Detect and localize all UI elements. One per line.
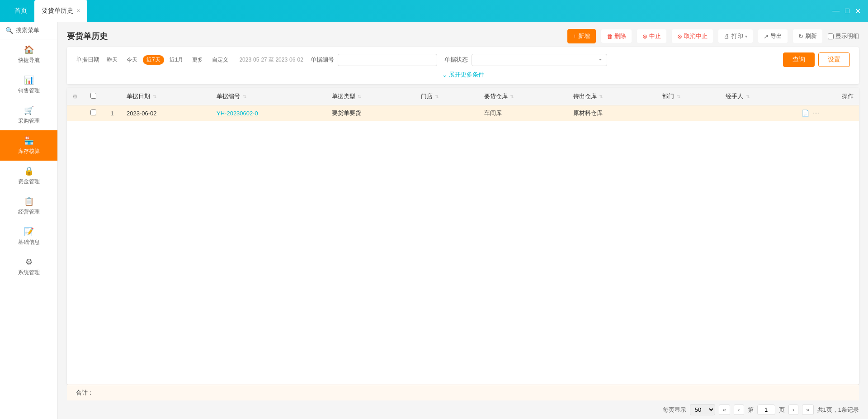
order-no-input[interactable] (338, 54, 437, 66)
stop-button[interactable]: ⊗ 中止 (637, 29, 666, 43)
refresh-icon: ↻ (798, 33, 803, 40)
sort-type-icon: ⇅ (358, 94, 361, 99)
date-btn-custom[interactable]: 自定义 (208, 55, 232, 65)
prev-page-button[interactable]: ‹ (734, 405, 744, 415)
settings-button[interactable]: 设置 (818, 52, 850, 67)
pagination-area: 每页显示 50 100 « ‹ 第 页 › » 共1页，1条记录 (58, 400, 868, 419)
export-icon: ↗ (764, 33, 769, 40)
col-date[interactable]: 单据日期 ⇅ (121, 88, 211, 105)
col-dept[interactable]: 部门 ⇅ (657, 88, 720, 105)
col-store[interactable]: 门店 ⇅ (415, 88, 479, 105)
row-type: 要货单要货 (326, 105, 415, 121)
data-table: ⚙ 单据日期 ⇅ 单据编号 (67, 88, 859, 385)
home-icon: 🏠 (24, 45, 34, 55)
footer-total-label: 合计： (76, 389, 94, 397)
refresh-button[interactable]: ↻ 刷新 (793, 29, 822, 43)
show-detail-checkbox[interactable] (828, 33, 834, 39)
date-filter: 单据日期 昨天 今天 近7天 近1月 更多 自定义 (76, 55, 232, 65)
order-no-filter: 单据编号 (311, 54, 437, 66)
sidebar-item-basic-info[interactable]: 📝 基础信息 (0, 221, 57, 252)
status-select[interactable] (472, 54, 607, 66)
expand-filter-button[interactable]: ⌄ 展开更多条件 (442, 71, 484, 79)
next-page-button[interactable]: › (788, 405, 798, 415)
sidebar-label-operations: 经营管理 (18, 208, 40, 216)
sidebar-item-system[interactable]: ⚙ 系统管理 (0, 252, 57, 282)
search-icon: 🔍 (5, 27, 13, 34)
sort-code-icon: ⇅ (243, 94, 246, 99)
sidebar-item-sales[interactable]: 📊 销售管理 (0, 70, 57, 100)
window-minimize-icon[interactable]: — (832, 7, 840, 15)
page-unit: 页 (779, 406, 785, 414)
date-range-buttons: 昨天 今天 近7天 近1月 更多 自定义 (103, 55, 232, 65)
row-code-link[interactable]: YH-20230602-0 (217, 110, 258, 117)
sort-store-icon: ⇅ (435, 94, 439, 99)
window-close-icon[interactable]: ✕ (855, 7, 861, 15)
table-settings-icon[interactable]: ⚙ (72, 93, 78, 100)
lock-icon: 🔒 (24, 166, 34, 176)
delete-button[interactable]: 🗑 删除 (601, 29, 632, 43)
sidebar-item-operations[interactable]: 📋 经营管理 (0, 191, 57, 221)
sidebar-item-quick-nav[interactable]: 🏠 快捷导航 (0, 39, 57, 70)
row-edit-icon[interactable]: 📄 (802, 110, 809, 117)
gear-icon: ⚙ (25, 257, 33, 267)
new-button[interactable]: + 新增 (567, 29, 596, 43)
page-number-input[interactable] (757, 405, 775, 415)
row-more-icon[interactable]: ⋯ (813, 110, 819, 117)
col-code[interactable]: 单据编号 ⇅ (211, 88, 326, 105)
sidebar-item-inventory[interactable]: 🏪 库存核算 (0, 130, 57, 161)
row-settings-cell (67, 105, 85, 121)
date-btn-today[interactable]: 今天 (123, 55, 141, 65)
row-actions-cell: 📄 ⋯ (796, 105, 859, 121)
filter-actions: 查询 设置 (783, 52, 850, 67)
tab-order-history-label: 要货单历史 (42, 7, 73, 15)
sidebar-item-purchase[interactable]: 🛒 采购管理 (0, 100, 57, 130)
tab-close-icon[interactable]: × (77, 8, 80, 14)
col-type[interactable]: 单据类型 ⇅ (326, 88, 415, 105)
window-maximize-icon[interactable]: □ (845, 7, 849, 15)
date-btn-more[interactable]: 更多 (189, 55, 207, 65)
header-actions: + 新增 🗑 删除 ⊗ 中止 ⊗ 取消中止 🖨 打 (567, 29, 859, 43)
stop-icon: ⊗ (642, 33, 647, 40)
row-store (415, 105, 479, 121)
query-button[interactable]: 查询 (783, 52, 815, 67)
date-range-value: 2023-05-27 至 2023-06-02 (239, 56, 303, 64)
col-req-warehouse[interactable]: 要货仓库 ⇅ (479, 88, 568, 105)
order-no-label: 单据编号 (311, 56, 334, 64)
sidebar-label-inventory: 库存核算 (18, 148, 40, 155)
date-btn-7days[interactable]: 近7天 (143, 55, 164, 65)
print-dropdown-icon: ▾ (745, 34, 747, 39)
select-all-checkbox[interactable] (90, 93, 96, 99)
table-footer: 合计： (67, 385, 859, 400)
row-req-warehouse: 车间库 (479, 105, 568, 121)
tab-order-history[interactable]: 要货单历史 × (34, 0, 87, 22)
table-row: 1 2023-06-02 YH-20230602-0 要货单要货 车间库 原材料… (67, 105, 859, 121)
page-label: 第 (748, 406, 754, 414)
export-button[interactable]: ↗ 导出 (758, 29, 788, 43)
show-detail-toggle[interactable]: 显示明细 (828, 32, 859, 40)
per-page-select[interactable]: 50 100 (690, 404, 715, 415)
row-dept (657, 105, 720, 121)
sort-date-icon: ⇅ (153, 94, 156, 99)
col-num (103, 88, 121, 105)
sidebar-item-finance[interactable]: 🔒 资金管理 (0, 161, 57, 191)
sidebar-label-purchase: 采购管理 (18, 117, 40, 125)
tab-home[interactable]: 首页 (7, 0, 34, 22)
last-page-button[interactable]: » (802, 405, 813, 415)
col-handler[interactable]: 经手人 ⇅ (720, 88, 797, 105)
total-info: 共1页，1条记录 (817, 406, 859, 414)
date-label: 单据日期 (76, 56, 99, 64)
col-settings: ⚙ (67, 88, 85, 105)
sidebar-label-sales: 销售管理 (18, 87, 40, 95)
date-btn-yesterday[interactable]: 昨天 (103, 55, 121, 65)
row-checkbox[interactable] (90, 110, 96, 115)
cancel-stop-button[interactable]: ⊗ 取消中止 (672, 29, 713, 43)
status-label: 单据状态 (444, 56, 468, 64)
sidebar-item-search[interactable]: 🔍 搜索菜单 (0, 22, 57, 39)
sidebar-label-basic-info: 基础信息 (18, 238, 40, 246)
first-page-button[interactable]: « (719, 405, 730, 415)
col-pending-warehouse[interactable]: 待出仓库 ⇅ (568, 88, 657, 105)
row-pending-warehouse: 原材料仓库 (568, 105, 657, 121)
date-btn-1month[interactable]: 近1月 (166, 55, 187, 65)
sidebar-label-system: 系统管理 (18, 269, 40, 276)
print-button[interactable]: 🖨 打印 ▾ (718, 29, 753, 43)
